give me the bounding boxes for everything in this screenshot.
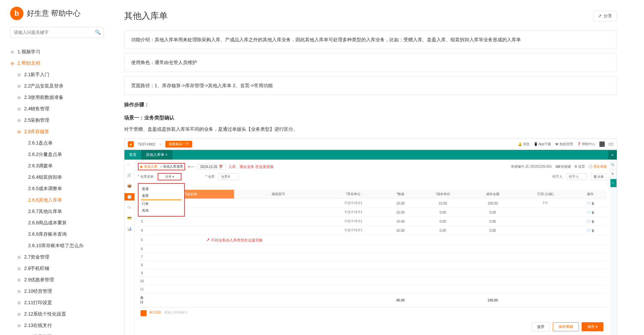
info-role: 使用角色：通常由仓管人员维护 <box>124 53 617 72</box>
ss-setting-link[interactable]: ⚙ 设置 <box>574 164 585 169</box>
plus-icon: ⊕ <box>17 255 21 260</box>
nav-item-23[interactable]: ⊕2.3使用前数据准备 <box>10 92 104 103</box>
table-row[interactable]: 3个(1个=1个)10.000.000.00📄 🗑 <box>138 217 607 226</box>
nav-item-24[interactable]: ⊕2.4销售管理 <box>10 103 104 115</box>
scene1-text: 对于受赠、盘盈或是拆装入库等不同的业务，是通过单据头【业务类型】进行区分。 <box>124 125 617 133</box>
ss-radio-in[interactable]: ◉ 其他入库 <box>140 165 157 168</box>
box-icon[interactable]: 📦 <box>127 184 132 188</box>
table-row[interactable]: 1个(1个=1个)10.0010.00100.007个📄 🗑 <box>138 199 607 208</box>
ss-righttab-1[interactable]: 📎 <box>610 160 617 169</box>
nav-item-214[interactable]: ⊕2.14常见问题 <box>10 331 104 335</box>
ss-draft-button[interactable]: 保存草稿 <box>553 322 579 331</box>
plus-icon: ⊕ <box>17 266 21 271</box>
ss-buy-button[interactable]: 我要购买一下 <box>165 141 192 148</box>
ss-biztype-input[interactable]: 业务 ▾ <box>158 173 182 180</box>
table-row[interactable]: 2个(1个=1个)10.000.000.00📄 🗑 <box>138 208 607 217</box>
ss-help-link[interactable]: ❓ 帮助中心 <box>577 142 595 147</box>
ss-righttab-2[interactable]: ✎ <box>610 169 617 179</box>
nav-item-266[interactable]: 2.6.6其他入库单 <box>10 194 104 206</box>
ss-logo-icon: ● <box>128 141 134 147</box>
search-icon[interactable]: 🔍 <box>95 30 101 35</box>
chart-icon[interactable]: 📊 <box>127 227 132 231</box>
search-input[interactable] <box>10 27 104 38</box>
ss-tab-home[interactable]: 首页 <box>124 150 141 160</box>
card-icon[interactable]: 💳 <box>127 216 132 221</box>
content: 其他入库单 ⇗分享 功能介绍：其他入库单用来处理除采购入库、产成品入库之外的其他… <box>114 0 644 335</box>
ss-dropdown[interactable]: 普通 发票 订单 其他 <box>138 183 185 217</box>
table-row[interactable]: 9 <box>138 269 607 277</box>
nav: ⊕1.视频学习 ⊖2.帮助文档 ⊕2.1新手入门 ⊕2.2产品安装及登录 ⊕2.… <box>10 46 104 335</box>
logo: b 好生意 帮助中心 <box>10 7 104 20</box>
nav-item-212[interactable]: ⊕2.12系统个性化设置 <box>10 309 104 320</box>
nav-item-269[interactable]: 2.6.9库存账本查询 <box>10 229 104 240</box>
nav-item-27[interactable]: ⊕2.7资金管理 <box>10 252 104 263</box>
minus-icon: ⊖ <box>17 129 21 134</box>
nav-item-25[interactable]: ⊕2.5采购管理 <box>10 115 104 126</box>
nav-item-265[interactable]: 2.6.5成本调整单 <box>10 183 104 194</box>
ss-hotline-link[interactable]: ☎ 热线管理 <box>555 142 573 147</box>
nav-item-267[interactable]: 2.6.7其他出库单 <box>10 206 104 217</box>
ss-left-nav: ⌂ 🛒 📦 🕐 🛍 💳 📊 <box>124 160 135 335</box>
nav-item-26[interactable]: ⊖2.6库存核算 <box>10 126 104 137</box>
table-row[interactable]: 6 <box>138 245 607 253</box>
ss-msg-icon[interactable]: 🔔 消息 <box>518 142 530 147</box>
close-icon[interactable]: × <box>165 153 167 157</box>
nav-item-262[interactable]: 2.6.2分量盘点单 <box>10 149 104 160</box>
plus-icon: ⊕ <box>17 312 21 317</box>
nav-item-29[interactable]: ⊕2.9优惠券管理 <box>10 274 104 286</box>
ss-date-picker[interactable]: 2019-12-26 📅 <box>197 164 226 170</box>
share-icon: ⇗ <box>598 13 602 18</box>
ss-annotation-2: 不同业务的入库类型在这里切换 <box>211 238 263 242</box>
ss-app-link[interactable]: 📱 App下载 <box>534 142 551 147</box>
bag-icon[interactable]: 🛍 <box>127 205 132 210</box>
ss-avatar-icon[interactable] <box>599 142 605 147</box>
nav-item-docs[interactable]: ⊖2.帮助文档 <box>10 58 104 69</box>
plus-icon: ⊕ <box>17 107 21 111</box>
share-button[interactable]: ⇗分享 <box>593 11 617 21</box>
nav-item-263[interactable]: 2.6.3调拨单 <box>10 160 104 172</box>
plus-icon: ⊕ <box>10 50 15 54</box>
ss-righttab-3[interactable]: ⤢ <box>610 179 617 187</box>
page-title: 其他入库单 <box>124 10 168 22</box>
nav-item-264[interactable]: 2.6.4组装拆卸单 <box>10 172 104 183</box>
ss-history-link[interactable]: 🕐 历史单据 <box>588 164 607 169</box>
plus-icon: ⊕ <box>17 300 21 305</box>
scene1-heading: 场景一：业务类型确认 <box>124 115 617 121</box>
plus-icon: ⊕ <box>17 84 21 89</box>
table-row[interactable]: 8 <box>138 261 607 269</box>
ss-save-button[interactable]: 保存 ▾ <box>582 322 603 331</box>
cart-icon[interactable]: 🛒 <box>127 173 132 178</box>
table-row[interactable]: 7 <box>138 253 607 261</box>
table-row[interactable]: 4个(1个=1个)10.000.000.00📄 🗑 <box>138 226 607 235</box>
plus-icon: ⊕ <box>17 289 21 294</box>
ss-tab-otherin[interactable]: 其他入库单 × <box>141 150 172 160</box>
ss-user: CC <box>609 143 613 146</box>
ss-shortcut-link[interactable]: ⌨ 快捷键 <box>555 164 571 169</box>
nav-item-21[interactable]: ⊕2.1新手入门 <box>10 69 104 80</box>
ss-note-input[interactable]: 请输入单据备注 <box>164 310 187 316</box>
nav-item-268[interactable]: 2.6.8商品成本重算 <box>10 217 104 229</box>
nav-item-261[interactable]: 2.6.1盘点单 <box>10 137 104 149</box>
nav-item-28[interactable]: ⊕2.8手机旺铺 <box>10 263 104 274</box>
nav-item-213[interactable]: ⊕2.13在线支付 <box>10 320 104 331</box>
nav-item-video[interactable]: ⊕1.视频学习 <box>10 46 104 58</box>
ss-cancel-button[interactable]: 放弃 <box>531 322 550 331</box>
logo-icon: b <box>10 7 23 20</box>
sidebar: b 好生意 帮助中心 🔍 ⊕1.视频学习 ⊖2.帮助文档 ⊕2.1新手入门 ⊕2… <box>0 0 114 335</box>
nav-item-210[interactable]: ⊕2.10经营管理 <box>10 286 104 297</box>
ss-radio-out[interactable]: ○ 其他入库退库 <box>160 165 183 168</box>
embedded-screenshot: ● TEST-H002 ▾ 我要购买一下 🔔 消息 📱 App下载 ☎ 热线管理… <box>124 138 617 335</box>
plus-icon: ⊕ <box>17 118 21 123</box>
arrow-icon: ↗ <box>206 237 210 242</box>
info-intro: 功能介绍：其他入库单用来处理除采购入库、产成品入库之外的其他入库业务，因此其他入… <box>124 30 617 49</box>
logo-text: 好生意 帮助中心 <box>27 8 80 18</box>
table-row[interactable]: 10 <box>138 277 607 285</box>
home-icon[interactable]: ⌂ <box>127 162 132 167</box>
ss-close-all-icon[interactable]: × <box>608 151 617 159</box>
nav-item-22[interactable]: ⊕2.2产品安装及登录 <box>10 80 104 92</box>
plus-icon: ⊕ <box>17 95 21 100</box>
nav-item-2610[interactable]: 2.6.10库存账本错了怎么办 <box>10 240 104 252</box>
table-row[interactable]: 11 <box>138 285 607 293</box>
nav-item-211[interactable]: ⊕2.11打印设置 <box>10 297 104 309</box>
clock-icon[interactable]: 🕐 <box>124 193 135 201</box>
